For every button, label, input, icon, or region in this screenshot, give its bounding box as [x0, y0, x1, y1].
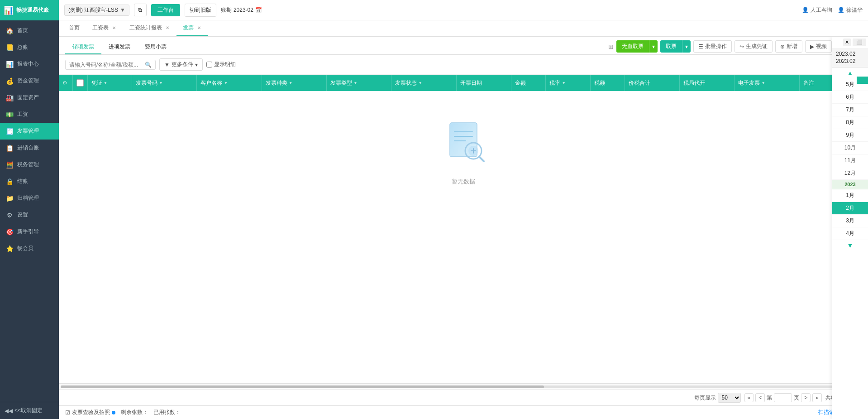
month-12[interactable]: 12月 [832, 167, 868, 180]
scroll-down-icon[interactable]: ▼ [847, 242, 854, 249]
month-7[interactable]: 7月 [832, 104, 868, 116]
gen-voucher-btn[interactable]: ↪ 生成凭证 [734, 40, 773, 53]
tab-invoice[interactable]: 发票 ✕ [176, 20, 208, 36]
copy-icon: ⧉ [138, 7, 142, 13]
sidebar-item-funds[interactable]: 💰 资金管理 [0, 72, 59, 89]
invoice-no-filter-icon[interactable]: ▼ [159, 81, 163, 85]
last-page-btn[interactable]: » [812, 393, 822, 402]
date-panel-date2: 2023.02 [836, 58, 864, 64]
search-icon[interactable]: 🔍 [145, 62, 152, 68]
show-detail-check[interactable]: 显示明细 [206, 61, 236, 68]
sidebar-item-sales-ledger[interactable]: 📋 进销台账 [0, 140, 59, 156]
col-e-invoice: 电子发票▼ [734, 75, 799, 91]
month-4[interactable]: 4月 [832, 227, 868, 240]
sidebar-item-fixed-assets[interactable]: 🏭 固定资产 [0, 89, 59, 106]
prev-page-btn[interactable]: < [755, 393, 765, 402]
avatar-icon: 👤 [838, 7, 844, 13]
company-dropdown-icon: ▼ [120, 7, 125, 13]
help-icon: 👤 [802, 7, 809, 13]
month-9[interactable]: 9月 [832, 129, 868, 142]
col-settings[interactable]: ⚙ [59, 75, 72, 91]
select-all-checkbox[interactable] [76, 79, 84, 87]
customer-filter-icon[interactable]: ▼ [224, 81, 228, 85]
batch-op-icon: ☰ [698, 43, 703, 50]
sidebar-item-invoice-mgmt[interactable]: 🧾 发票管理 [0, 123, 59, 140]
month-1[interactable]: 1月 [832, 189, 868, 202]
month-3[interactable]: 3月 [832, 215, 868, 227]
subtab-expense[interactable]: 费用小票 [138, 40, 174, 54]
subtab-sales[interactable]: 销项发票 [65, 40, 101, 54]
tab-payroll-stat-close[interactable]: ✕ [165, 25, 170, 31]
sidebar-item-membership[interactable]: ⭐ 畅会员 [0, 240, 59, 257]
month-8[interactable]: 8月 [832, 116, 868, 129]
sidebar-item-settings[interactable]: ⚙ 设置 [0, 207, 59, 223]
month-2-active[interactable]: 2月 [832, 202, 868, 215]
take-ticket-group: 取票 ▾ [660, 40, 691, 53]
col-customer-label: 客户名称▼ [200, 79, 228, 87]
sidebar-item-tax-mgmt[interactable]: 🧮 税务管理 [0, 156, 59, 173]
sidebar-item-ledger[interactable]: 📒 总账 [0, 39, 59, 56]
tab-payroll[interactable]: 工资表 ✕ [86, 20, 123, 36]
month-6[interactable]: 6月 [832, 91, 868, 104]
sidebar-item-guide[interactable]: 🎯 新手引导 [0, 223, 59, 240]
tab-invoice-close[interactable]: ✕ [196, 25, 202, 31]
first-page-btn[interactable]: « [744, 393, 754, 402]
show-detail-checkbox[interactable] [206, 62, 212, 67]
old-version-button[interactable]: 切到旧版 [185, 4, 216, 17]
open-period-btn[interactable]: 开账日期 [857, 77, 868, 84]
sidebar-item-reports[interactable]: 📊 报表中心 [0, 56, 59, 72]
workspace-button[interactable]: 工作台 [151, 4, 180, 16]
col-tax: 税额 [590, 75, 625, 91]
tab-home[interactable]: 首页 [62, 20, 86, 36]
video-btn[interactable]: ▶ 视频 [805, 40, 832, 53]
sidebar-item-payroll[interactable]: 💵 工资 [0, 106, 59, 123]
hscroll-thumb[interactable] [61, 385, 544, 388]
e-invoice-filter-icon[interactable]: ▼ [761, 81, 765, 85]
date-panel-expand-btn[interactable]: ⬜ [853, 39, 866, 46]
col-invoice-no-label: 发票号码▼ [136, 79, 163, 87]
user-avatar[interactable]: 👤 徐溢华 [838, 6, 863, 14]
tax-rate-filter-icon[interactable]: ▼ [562, 81, 566, 85]
date-panel-close-btn[interactable]: ✕ [843, 39, 851, 46]
tab-payroll-stat[interactable]: 工资统计报表 ✕ [123, 20, 176, 36]
date-panel: ✕ ⬜ 2023.02 2023.02 ▲ 5月 6月 7月 8月 9月 10月… [832, 37, 868, 419]
sidebar-collapse-btn[interactable]: ◀◀ <<取消固定 [5, 407, 54, 414]
col-settings-icon[interactable]: ⚙ [62, 80, 67, 86]
no-match-ticket-btn[interactable]: 无血取票 [616, 40, 649, 53]
take-ticket-dropdown[interactable]: ▾ [682, 40, 691, 53]
ledger-icon: 📒 [5, 44, 14, 51]
voucher-filter-icon[interactable]: ▼ [104, 81, 108, 85]
batch-op-btn[interactable]: ☰ 批量操作 [693, 40, 732, 53]
topbar: (勿删) 江西股宝-LSS ▼ ⧉ 工作台 切到旧版 账期 2023-02 📅 … [59, 0, 868, 20]
take-ticket-btn[interactable]: 取票 [660, 40, 682, 53]
next-page-btn[interactable]: > [801, 393, 811, 402]
sidebar-item-home[interactable]: 🏠 首页 [0, 22, 59, 39]
current-page-input[interactable]: 1 [774, 393, 792, 402]
sidebar: 📊 畅捷通易代账 🏠 首页 📒 总账 📊 报表中心 💰 资金管理 🏭 固定资产 … [0, 0, 59, 419]
copy-icon-btn[interactable]: ⧉ [134, 4, 147, 16]
topbar-right: 👤 人工客询 👤 徐溢华 [802, 6, 863, 14]
membership-icon: ⭐ [5, 245, 14, 252]
month-11[interactable]: 11月 [832, 154, 868, 167]
new-btn[interactable]: ⊕ 新增 [775, 40, 802, 53]
invoice-type-filter-icon[interactable]: ▼ [289, 81, 293, 85]
logo-icon: 📊 [4, 5, 14, 15]
help-label: 人工客询 [811, 6, 832, 14]
tab-payroll-close[interactable]: ✕ [111, 25, 117, 31]
search-box: 🔍 [65, 60, 156, 70]
no-match-ticket-dropdown[interactable]: ▾ [649, 40, 658, 53]
verify-dot [112, 411, 115, 414]
sidebar-item-close-period[interactable]: 🔒 结账 [0, 173, 59, 190]
grid-icon[interactable]: ⊞ [608, 43, 614, 50]
page-size-select[interactable]: 50 10 20 100 [718, 393, 741, 403]
month-10[interactable]: 10月 [832, 142, 868, 154]
help-btn[interactable]: 👤 人工客询 [802, 6, 832, 14]
invoice-category-filter-icon[interactable]: ▼ [353, 81, 358, 85]
more-filter-btn[interactable]: ▼ 更多条件 ▾ [159, 58, 203, 71]
search-input[interactable] [69, 62, 143, 68]
scroll-up-icon[interactable]: ▲ [847, 69, 854, 77]
invoice-status-filter-icon[interactable]: ▼ [418, 81, 422, 85]
company-selector[interactable]: (勿删) 江西股宝-LSS ▼ [64, 5, 129, 16]
sidebar-item-archive[interactable]: 📁 归档管理 [0, 190, 59, 207]
subtab-purchase[interactable]: 进项发票 [101, 40, 138, 54]
